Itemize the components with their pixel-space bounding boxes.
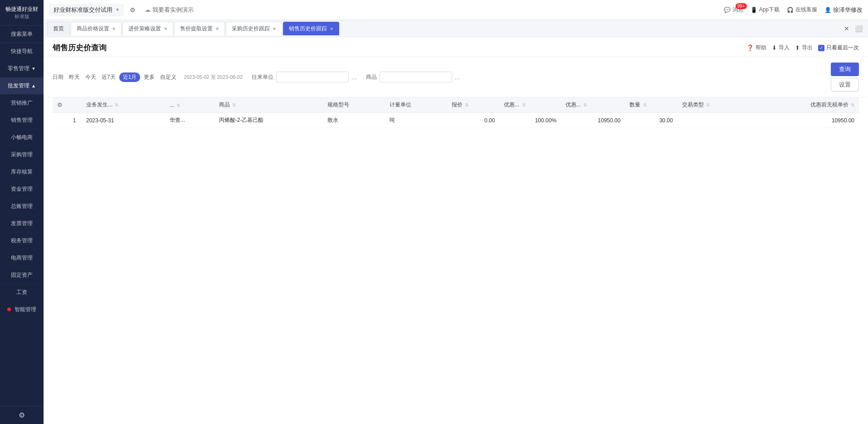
sidebar-item-ecommerce[interactable]: 电商管理 xyxy=(0,250,44,267)
only-last-label: 只看最后一次 xyxy=(826,44,859,52)
sidebar-item-quick-nav[interactable]: 快捷导航 xyxy=(0,43,44,60)
sidebar-item-general-ledger[interactable]: 总账管理 xyxy=(0,198,44,215)
close-icon[interactable]: ✕ xyxy=(273,26,276,31)
source-unit-label: 往来单位 xyxy=(252,73,273,81)
tab-price-extract[interactable]: 售价提取设置 ✕ xyxy=(174,22,225,35)
sidebar-item-label: 采购管理 xyxy=(11,151,33,158)
sidebar-item-label: 税务管理 xyxy=(11,237,33,244)
sidebar-item-label: 固定资产 xyxy=(11,272,33,278)
sidebar-item-ecommerce-small[interactable]: 小畅电商 xyxy=(0,129,44,146)
date-opt-more[interactable]: 更多 xyxy=(142,72,156,82)
main-area: 好业财标准版交付试用 ▼ ⚙ ☁ 我要看实例演示 💬 消息 99+ 📱 App下… xyxy=(44,0,868,424)
date-opt-last1month[interactable]: 近1月 xyxy=(119,72,141,82)
maximize-button[interactable]: ⬜ xyxy=(853,23,864,34)
sidebar-item-inventory[interactable]: 库存核算 xyxy=(0,164,44,181)
help-button[interactable]: ❓ 帮助 xyxy=(746,44,766,52)
source-unit-picker-button[interactable]: ... xyxy=(351,73,357,81)
app-download-button[interactable]: 📱 App下载 xyxy=(751,6,780,14)
sort-icon: ⇅ xyxy=(583,102,587,107)
sidebar-item-wholesale[interactable]: 批发管理 ▲ xyxy=(0,77,44,95)
tab-purchase-strategy[interactable]: 进价策略设置 ✕ xyxy=(122,22,173,35)
import-button[interactable]: ⬇ 导入 xyxy=(772,44,790,52)
goods-filter: 商品 ... xyxy=(366,72,460,82)
row-discount-price: 10950.00 xyxy=(598,117,620,124)
row-settings-cell xyxy=(53,113,67,128)
date-opt-today[interactable]: 今天 xyxy=(83,72,98,82)
sidebar-item-ai-management[interactable]: 智能管理 xyxy=(0,301,44,318)
row-spec-cell: 散水 xyxy=(323,113,385,128)
user-button[interactable]: 👤 徐泽华修改 xyxy=(824,6,863,14)
help-label: 帮助 xyxy=(756,44,766,52)
topbar-right: 💬 消息 99+ 📱 App下载 🎧 在线客服 👤 徐泽华修改 xyxy=(724,6,863,14)
sort-icon: ⇅ xyxy=(465,102,468,107)
close-icon[interactable]: ✕ xyxy=(330,26,333,31)
module-settings-button[interactable]: ⚙ xyxy=(128,5,137,15)
date-options: 昨天 今天 近7天 近1月 更多 自定义 xyxy=(67,72,178,82)
sidebar-item-label: 零售管理 xyxy=(8,65,29,72)
source-unit-filter: 往来单位 ... xyxy=(252,72,357,82)
settings-button[interactable]: 设置 xyxy=(831,78,859,92)
date-opt-yesterday[interactable]: 昨天 xyxy=(67,72,82,82)
sidebar-item-salary[interactable]: 工资 xyxy=(0,284,44,301)
col-header-more[interactable]: ... ⇅ xyxy=(165,97,215,113)
module-selector[interactable]: 好业财标准版交付试用 ▼ xyxy=(49,4,124,16)
col-header-biz-date[interactable]: 业务发生... ⇅ xyxy=(82,97,165,113)
col-header-transaction-type[interactable]: 交易类型 ⇅ xyxy=(678,97,752,113)
cloud-icon: ☁ xyxy=(145,6,151,13)
col-label: 数量 xyxy=(629,101,640,108)
sidebar-item-fixed-assets[interactable]: 固定资产 xyxy=(0,267,44,284)
goods-input[interactable] xyxy=(380,72,452,82)
content-area: 销售历史价查询 ❓ 帮助 ⬇ 导入 ⬆ 导出 只看最后一次 xyxy=(44,37,868,424)
source-unit-input[interactable] xyxy=(276,72,349,82)
message-icon: 💬 xyxy=(724,7,731,13)
sidebar-settings[interactable]: ⚙ xyxy=(0,406,44,424)
col-header-pretax-price[interactable]: 优惠前无税单价 ⇅ xyxy=(752,97,859,113)
settings-icon[interactable]: ⚙ xyxy=(19,411,25,419)
only-last-checkbox[interactable]: 只看最后一次 xyxy=(818,44,859,52)
sidebar-item-label: 搜索菜单 xyxy=(11,31,33,37)
sidebar-item-tax[interactable]: 税务管理 xyxy=(0,232,44,250)
close-icon[interactable]: ✕ xyxy=(164,26,167,31)
table-body: 1 2023-05-31 华查... 丙烯酸-2-乙基己酯 散水 xyxy=(53,113,859,128)
sidebar-item-sales[interactable]: 销售管理 xyxy=(0,112,44,129)
sidebar-item-purchase[interactable]: 采购管理 xyxy=(0,146,44,164)
sidebar-item-marketing[interactable]: 营销推广 xyxy=(0,95,44,112)
tab-price-setting[interactable]: 商品价格设置 ✕ xyxy=(71,22,122,35)
tab-home[interactable]: 首页 xyxy=(47,22,70,35)
close-window-button[interactable]: ✕ xyxy=(842,23,851,34)
col-header-quantity[interactable]: 数量 ⇅ xyxy=(625,97,678,113)
tab-purchase-history[interactable]: 采购历史价跟踪 ✕ xyxy=(226,22,282,35)
goods-picker-button[interactable]: ... xyxy=(455,73,460,81)
row-company-cell: 华查... xyxy=(165,113,215,128)
close-icon[interactable]: ✕ xyxy=(112,26,116,31)
demo-button[interactable]: ☁ 我要看实例演示 xyxy=(141,4,197,16)
table-row: 1 2023-05-31 华查... 丙烯酸-2-乙基己酯 散水 xyxy=(53,113,859,128)
sidebar-item-invoice[interactable]: 发票管理 xyxy=(0,215,44,232)
user-icon: 👤 xyxy=(824,7,831,13)
sidebar-item-search[interactable]: 搜索菜单 xyxy=(0,26,44,43)
table-header: ⚙ 业务发生... ⇅ ... ⇅ 商品 ⇅ xyxy=(53,97,859,113)
gear-icon[interactable]: ⚙ xyxy=(57,101,63,108)
export-button[interactable]: ⬆ 导出 xyxy=(795,44,813,52)
date-opt-last7days[interactable]: 近7天 xyxy=(100,72,117,82)
col-header-goods[interactable]: 商品 ⇅ xyxy=(215,97,323,113)
sidebar-item-retail[interactable]: 零售管理 ▼ xyxy=(0,60,44,77)
row-unit-cell: 吨 xyxy=(385,113,447,128)
col-header-quoted-price[interactable]: 报价 ⇅ xyxy=(447,97,500,113)
col-header-discount-rate[interactable]: 优惠... ⇅ xyxy=(499,97,561,113)
tab-end-actions: ✕ ⬜ xyxy=(842,23,868,34)
col-header-discount-price[interactable]: 优惠... ⇅ xyxy=(561,97,625,113)
col-label: 优惠前无税单价 xyxy=(810,101,848,108)
tab-label: 商品价格设置 xyxy=(77,25,109,33)
tab-sales-history[interactable]: 销售历史价跟踪 ✕ xyxy=(283,22,339,35)
row-quantity: 30.00 xyxy=(659,117,673,124)
online-service-button[interactable]: 🎧 在线客服 xyxy=(787,6,817,14)
close-icon[interactable]: ✕ xyxy=(215,26,219,31)
sidebar-item-finance[interactable]: 资金管理 xyxy=(0,181,44,198)
chevron-down-icon: ▼ xyxy=(115,7,120,12)
date-opt-custom[interactable]: 自定义 xyxy=(158,72,178,82)
chevron-up-icon: ▲ xyxy=(31,83,36,88)
col-label: 优惠... xyxy=(566,101,581,108)
query-button[interactable]: 查询 xyxy=(831,63,859,76)
message-button[interactable]: 💬 消息 99+ xyxy=(724,6,743,14)
